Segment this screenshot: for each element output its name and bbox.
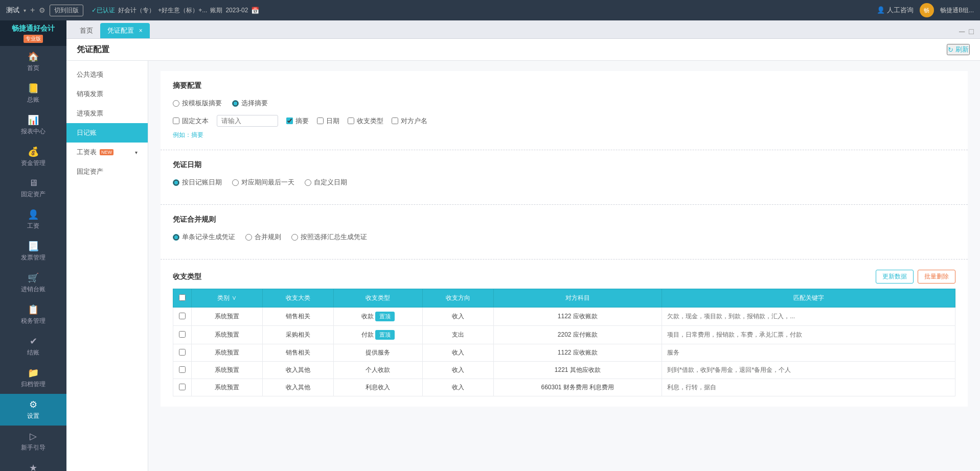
example-text: 例如：摘要 xyxy=(173,131,955,139)
sidebar-item-report[interactable]: 📊 报表中心 xyxy=(0,109,66,141)
row-direction-4: 收入 xyxy=(422,362,493,379)
purchase-icon: 🛒 xyxy=(28,272,39,284)
tab-maximize-button[interactable]: □ xyxy=(969,27,974,36)
tab-bar-actions: ─ □ xyxy=(959,27,974,38)
left-nav-public[interactable]: 公共选项 xyxy=(66,65,148,84)
row-category-5: 系统预置 xyxy=(192,379,263,396)
summary-config-title: 摘要配置 xyxy=(173,81,955,90)
company-dropdown-icon[interactable]: ▾ xyxy=(24,8,26,13)
fund-icon: 💰 xyxy=(28,146,39,157)
sidebar-item-invoice[interactable]: 📃 发票管理 xyxy=(0,236,66,267)
page-title: 凭证配置 xyxy=(77,44,109,55)
sidebar-item-settings[interactable]: ⚙ 设置 xyxy=(0,394,66,426)
sidebar-item-ledger[interactable]: 📒 总账 xyxy=(0,78,66,109)
row-keywords-3: 服务 xyxy=(662,344,955,362)
sidebar-item-archive[interactable]: 📁 归档管理 xyxy=(0,362,66,394)
company-name: 测试 xyxy=(6,6,19,15)
top-tag-button-1[interactable]: 置顶 xyxy=(375,312,395,321)
row-subject-4: 1221 其他应收款 xyxy=(493,362,662,379)
add-icon[interactable]: + xyxy=(30,6,35,15)
merge-rule-radio-group: 单条记录生成凭证 合并规则 按照选择汇总生成凭证 xyxy=(173,232,955,242)
sidebar-item-fund[interactable]: 💰 资金管理 xyxy=(0,141,66,173)
sidebar-item-purchase[interactable]: 🛒 进销台账 xyxy=(0,267,66,299)
col-category: 类别 ∨ xyxy=(192,289,263,308)
update-data-button[interactable]: 更新数据 xyxy=(876,270,914,284)
page-content: 凭证配置 ↻ 刷新 公共选项 销项发票 进项发票 日记账 工资表 NEW xyxy=(66,39,980,471)
settings-icon: ⚙ xyxy=(29,399,37,410)
row-check-3[interactable] xyxy=(173,344,192,362)
row-subject-1: 1122 应收账款 xyxy=(493,308,662,326)
calendar-icon[interactable]: 📅 xyxy=(251,7,259,14)
sidebar-item-tax[interactable]: 📋 税务管理 xyxy=(0,299,66,331)
certified-label: ✓已认证 xyxy=(92,6,115,15)
refresh-button[interactable]: ↻ 刷新 xyxy=(947,44,970,55)
user-service-link[interactable]: 👤 人工咨询 xyxy=(877,6,914,15)
last-day-radio[interactable]: 对应期间最后一天 xyxy=(232,178,294,187)
select-all-checkbox[interactable] xyxy=(179,294,186,301)
tab-home[interactable]: 首页 xyxy=(73,23,100,38)
gear-icon[interactable]: ⚙ xyxy=(39,6,45,14)
row-subject-2: 2202 应付账款 xyxy=(493,326,662,344)
summary-checkbox-row: 固定文本 摘要 日期 xyxy=(173,115,955,127)
top-tag-button-2[interactable]: 置顶 xyxy=(375,330,395,340)
fixed-text-checkbox[interactable]: 固定文本 xyxy=(173,116,209,126)
tab-minimize-button[interactable]: ─ xyxy=(959,27,965,36)
sidebar: 畅捷通好会计 专业版 🏠 首页 📒 总账 📊 报表中心 💰 资金管理 🖥 固定资… xyxy=(0,20,66,471)
invoice-icon: 📃 xyxy=(28,241,39,252)
col-type: 收支类型 xyxy=(333,289,422,308)
logo-text: 畅捷通好会计 xyxy=(12,23,55,33)
single-record-radio[interactable]: 单条记录生成凭证 xyxy=(173,232,235,242)
summary-config-section: 摘要配置 按模板版摘要 选择摘要 xyxy=(161,71,968,150)
user-name-label[interactable]: 畅捷通B组... xyxy=(940,6,974,15)
row-check-4[interactable] xyxy=(173,362,192,379)
left-nav-purchase-invoice[interactable]: 进项发票 xyxy=(66,104,148,123)
refresh-icon: ↻ xyxy=(948,46,953,54)
fixed-text-input[interactable] xyxy=(217,115,278,127)
summary-template-radio[interactable]: 按模板版摘要 xyxy=(173,99,222,108)
merge-rule-section: 凭证合并规则 单条记录生成凭证 合并规则 xyxy=(161,205,968,260)
user-avatar: 畅 xyxy=(920,3,934,17)
table-row: 系统预置 收入其他 个人收款 收入 1221 其他应收款 到到*借款，收到*备用… xyxy=(173,362,955,379)
sidebar-item-asset[interactable]: 🖥 固定资产 xyxy=(0,173,66,204)
merge-rule-radio[interactable]: 合并规则 xyxy=(245,232,281,242)
row-keywords-1: 欠款，现金，项目款，到款，报销款，汇入，... xyxy=(662,308,955,326)
left-nav-journal[interactable]: 日记账 xyxy=(66,123,148,143)
salary-icon: 👤 xyxy=(28,209,39,220)
summary-radio-group: 按模板版摘要 选择摘要 xyxy=(173,99,955,108)
row-check-2[interactable] xyxy=(173,326,192,344)
row-type-1: 收款 置顶 xyxy=(333,308,422,326)
journal-date-radio[interactable]: 按日记账日期 xyxy=(173,178,222,187)
switch-version-button[interactable]: 切到旧版 xyxy=(50,5,83,16)
tab-voucher-config[interactable]: 凭证配置 × xyxy=(100,23,150,38)
row-check-1[interactable] xyxy=(173,308,192,326)
report-icon: 📊 xyxy=(28,114,39,126)
row-major-3: 销售相关 xyxy=(262,344,333,362)
sidebar-item-home[interactable]: 🏠 首页 xyxy=(0,46,66,78)
guide-icon: ▷ xyxy=(30,431,37,442)
sidebar-item-guide[interactable]: ▷ 新手引导 xyxy=(0,426,66,457)
summary-select-radio[interactable]: 选择摘要 xyxy=(232,99,268,108)
archive-icon: 📁 xyxy=(28,367,39,379)
sidebar-item-salary[interactable]: 👤 工资 xyxy=(0,204,66,236)
date-checkbox[interactable]: 日期 xyxy=(317,116,339,126)
counterpart-checkbox[interactable]: 对方户名 xyxy=(392,116,427,126)
ledger-icon: 📒 xyxy=(28,83,39,94)
custom-date-radio[interactable]: 自定义日期 xyxy=(305,178,347,187)
member-icon: ★ xyxy=(29,462,37,471)
content-area: 首页 凭证配置 × ─ □ 凭证配置 ↻ 刷新 xyxy=(66,20,980,471)
left-nav-fixed-asset[interactable]: 固定资产 xyxy=(66,162,148,181)
sidebar-item-member[interactable]: ★ 畅会员 xyxy=(0,457,66,471)
summary-checkbox[interactable]: 摘要 xyxy=(286,116,309,126)
type-checkbox[interactable]: 收支类型 xyxy=(348,116,383,126)
tab-close-icon[interactable]: × xyxy=(139,27,143,34)
left-nav-sales-invoice[interactable]: 销项发票 xyxy=(66,84,148,104)
batch-delete-button[interactable]: 批量删除 xyxy=(918,270,955,284)
row-keywords-2: 项目，日常费用，报销款，车费，承兑汇票，付款 xyxy=(662,326,955,344)
sidebar-item-settle[interactable]: ✔ 结账 xyxy=(0,331,66,362)
right-content: 摘要配置 按模板版摘要 选择摘要 xyxy=(148,61,980,471)
by-select-radio[interactable]: 按照选择汇总生成凭证 xyxy=(291,232,367,242)
row-check-5[interactable] xyxy=(173,379,192,396)
left-nav-payroll[interactable]: 工资表 NEW ▾ xyxy=(66,143,148,162)
row-major-5: 收入其他 xyxy=(262,379,333,396)
sidebar-logo: 畅捷通好会计 专业版 xyxy=(0,20,66,46)
